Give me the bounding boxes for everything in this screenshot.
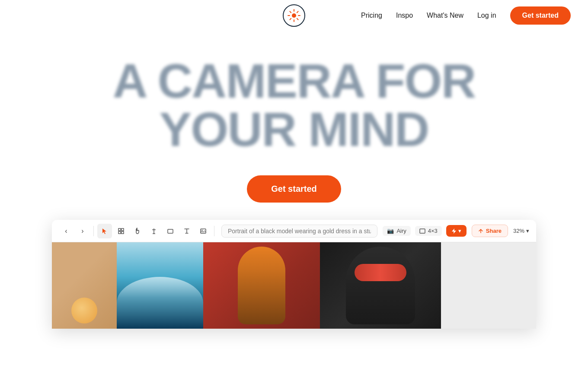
photo-1-object: [71, 298, 97, 323]
ratio-badge[interactable]: 4×3: [415, 226, 442, 236]
svg-point-18: [201, 230, 202, 231]
select-tool-button[interactable]: [97, 224, 112, 238]
prompt-input[interactable]: [221, 225, 377, 238]
goggles: [355, 264, 406, 281]
zoom-control[interactable]: 32% ▾: [513, 228, 529, 234]
svg-rect-9: [118, 228, 121, 231]
text-size-tool-button[interactable]: [147, 224, 161, 238]
zoom-chevron-icon: ▾: [526, 228, 529, 234]
nav-links: Pricing Inspo What's New Log in Get star…: [361, 6, 571, 25]
rect-tool-button[interactable]: [163, 224, 178, 238]
share-icon: [478, 228, 483, 234]
toolbar: ‹ ›: [52, 220, 536, 242]
hero-get-started-button[interactable]: Get started: [247, 175, 341, 203]
nav-whats-new[interactable]: What's New: [427, 12, 463, 19]
svg-line-8: [290, 19, 291, 20]
camera-icon: 📷: [387, 228, 394, 234]
navbar: Pricing Inspo What's New Log in Get star…: [0, 0, 588, 31]
nav-inspo[interactable]: Inspo: [396, 12, 413, 19]
svg-rect-11: [118, 231, 121, 234]
hero-title-line2: YOUR MIND: [160, 102, 429, 156]
photo-panel-2: [117, 242, 203, 329]
nav-get-started-button[interactable]: Get started: [510, 6, 571, 25]
share-button[interactable]: Share: [472, 225, 508, 237]
hero-section: A CAMERA FOR YOUR MIND Get started: [0, 31, 588, 220]
lightning-icon: [451, 228, 457, 234]
svg-rect-10: [121, 228, 124, 231]
share-label: Share: [486, 228, 502, 234]
grid-tool-button[interactable]: [114, 224, 128, 238]
generate-button[interactable]: ▾: [446, 225, 467, 237]
hero-title: A CAMERA FOR YOUR MIND: [113, 57, 476, 154]
ratio-icon: [419, 228, 425, 234]
image-tool-button[interactable]: [196, 224, 211, 238]
svg-line-5: [290, 11, 291, 13]
toolbar-divider-1: [93, 226, 94, 236]
pan-tool-button[interactable]: [130, 224, 145, 238]
canvas-area: [52, 242, 536, 329]
person-4: [346, 247, 415, 324]
nav-login[interactable]: Log in: [477, 12, 496, 19]
svg-rect-16: [168, 229, 173, 233]
forward-button[interactable]: ›: [75, 224, 90, 238]
zoom-level: 32%: [513, 228, 524, 234]
toolbar-divider-2: [214, 226, 214, 236]
app-preview: ‹ ›: [52, 220, 536, 329]
text-tool-button[interactable]: [179, 224, 194, 238]
photo-panel-1: [52, 242, 117, 329]
wave-overlay: [117, 277, 203, 329]
photo-panel-4: [320, 242, 441, 329]
hero-title-line1: A CAMERA FOR: [113, 54, 476, 108]
generate-chevron: ▾: [458, 228, 461, 234]
svg-point-0: [292, 13, 296, 18]
svg-rect-12: [121, 231, 124, 234]
logo[interactable]: [283, 4, 305, 27]
photo-panel-3: [203, 242, 320, 329]
camera-mode-label: Airy: [396, 228, 406, 234]
svg-line-7: [297, 11, 298, 13]
nav-pricing[interactable]: Pricing: [361, 12, 382, 19]
camera-mode-badge[interactable]: 📷 Airy: [383, 226, 410, 236]
svg-rect-19: [420, 229, 425, 233]
back-button[interactable]: ‹: [59, 224, 74, 238]
person-3: [238, 247, 285, 324]
svg-line-6: [297, 19, 298, 20]
ratio-label: 4×3: [428, 228, 438, 234]
